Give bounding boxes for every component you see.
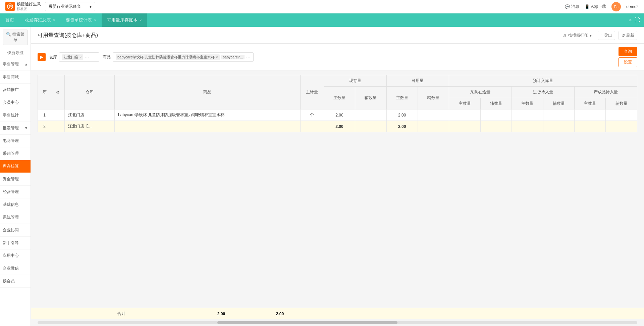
app-download-button[interactable]: 📱 App下载 — [585, 4, 606, 9]
sidebar-item-basic[interactable]: 基础信息 — [0, 198, 31, 211]
tab-receipts[interactable]: 收发存汇总表 × — [19, 13, 60, 27]
sidebar-search-button[interactable]: 🔍 搜索菜单 — [3, 30, 28, 45]
sidebar-item-wechat[interactable]: 企业微信 — [0, 262, 31, 275]
message-label: 消息 — [571, 4, 579, 9]
table-row: 2 江北门店【... 2.00 2.00 — [38, 121, 637, 132]
scrollbar-area — [31, 319, 644, 326]
expand-icon-wholesale: ▼ — [24, 126, 28, 130]
cell-inbound-main — [512, 109, 543, 121]
warehouse-input[interactable]: 江北门店 × ··· — [59, 52, 99, 62]
col-settings[interactable]: ⚙ — [51, 75, 65, 109]
settings-button[interactable]: 设置 — [619, 57, 637, 67]
sidebar-item-newbie[interactable]: 新手引导 — [0, 237, 31, 249]
nav-label: 快捷导航 — [7, 50, 23, 55]
cell-purchase-main-2 — [449, 121, 480, 132]
industry-selector[interactable]: 母婴行业演示账套 ▾ — [45, 2, 95, 11]
goods-tag2: babycare?... — [221, 55, 245, 59]
sidebar-item-finance-label: 资金管理 — [3, 176, 19, 182]
sidebar-item-retail-mgmt[interactable]: 零售管理 ▲ — [0, 58, 31, 71]
search-icon: 🔍 — [6, 32, 12, 37]
goods-tag1-close[interactable]: × — [216, 55, 218, 59]
col-production-main: 主数量 — [575, 98, 606, 109]
horizontal-scrollbar[interactable] — [38, 321, 637, 324]
sidebar-item-marketing[interactable]: 营销推广 — [0, 84, 31, 96]
top-bar-right: 💬 消息 📱 App下载 Ea demo2 — [565, 2, 639, 11]
sidebar-item-retail-stats[interactable]: 零售统计 — [0, 109, 31, 122]
app-icon: 📱 — [585, 4, 590, 9]
avatar[interactable]: Ea — [611, 2, 621, 11]
warehouse-tag-close[interactable]: × — [79, 55, 82, 59]
col-row-num: 序 — [38, 75, 51, 109]
sidebar-item-wholesale[interactable]: 批发管理 ▼ — [0, 122, 31, 135]
chevron-down-icon: ▾ — [90, 4, 92, 9]
tab-orders[interactable]: 要货单统计表 × — [60, 13, 101, 27]
fullscreen-icon[interactable]: ⛶ — [635, 17, 640, 23]
sidebar-item-purchase[interactable]: 采购管理 — [0, 147, 31, 160]
warehouse-more-icon[interactable]: ··· — [85, 54, 89, 60]
sidebar-search-area: 🔍 搜索菜单 — [0, 27, 31, 48]
col-avail-aux: 辅数量 — [418, 87, 449, 109]
expand-filter-button[interactable]: ▶ — [38, 53, 46, 61]
sidebar-item-retail-mall-label: 零售商城 — [3, 74, 19, 80]
col-purchase-group: 采购在途量 — [449, 87, 512, 98]
query-button[interactable]: 查询 — [619, 47, 637, 56]
logo-sub-text: 标准版 — [17, 7, 41, 11]
sidebar-item-app-center[interactable]: 应用中心 — [0, 249, 31, 262]
cell-purchase-main — [449, 109, 480, 121]
sidebar-nav-button[interactable]: 快捷导航 — [0, 48, 31, 58]
sidebar-item-member[interactable]: 会员中心 — [0, 96, 31, 109]
message-icon: 💬 — [565, 4, 570, 9]
col-inbound-aux: 辅数量 — [543, 98, 574, 109]
refresh-icon: ↺ — [622, 33, 625, 38]
tab-receipts-close[interactable]: × — [53, 18, 55, 22]
top-bar: 好 畅捷通好生意 标准版 母婴行业演示账套 ▾ 💬 消息 📱 App下载 Ea … — [0, 0, 644, 13]
sidebar-item-enterprise[interactable]: 企业协同 — [0, 224, 31, 237]
export-button[interactable]: ↑ 导出 — [598, 31, 615, 40]
sidebar-item-inventory[interactable]: 库存核算 — [0, 160, 31, 173]
col-inbound-group: 进货待入量 — [512, 87, 575, 98]
refresh-label: 刷新 — [626, 33, 634, 38]
cell-stock-aux — [355, 109, 386, 121]
col-warehouse: 仓库 — [65, 75, 115, 109]
cell-stock-main-2: 2.00 — [324, 121, 355, 132]
page-title-row: 可用量查询(按仓库+商品) 🖨 按模板打印 ▾ ↑ 导出 ↺ 刷新 — [38, 31, 637, 43]
tab-home[interactable]: 首页 — [0, 13, 19, 27]
query-buttons: 查询 设置 — [619, 47, 637, 67]
tab-available[interactable]: 可用量库存账本 × — [102, 13, 147, 27]
sidebar-item-retail-mall[interactable]: 零售商城 — [0, 71, 31, 84]
print-dropdown-icon: ▾ — [590, 33, 592, 38]
sidebar-item-member-label: 会员中心 — [3, 100, 19, 105]
sidebar-item-purchase-label: 采购管理 — [3, 151, 19, 156]
warehouse-tag: 江北门店 × — [62, 54, 83, 60]
message-button[interactable]: 💬 消息 — [565, 4, 579, 9]
sidebar-item-vip[interactable]: 畅会员 — [0, 275, 31, 288]
goods-input[interactable]: babycare学饮杯 儿童防摔防撞吸管杯重力球吸嘴杯宝宝水杯 × babyca… — [113, 52, 254, 62]
goods-more-icon[interactable]: ··· — [246, 54, 250, 60]
sidebar-item-basic-label: 基础信息 — [3, 202, 19, 207]
sidebar-item-operation[interactable]: 经营管理 — [0, 186, 31, 198]
sidebar: 🔍 搜索菜单 快捷导航 零售管理 ▲ 零售商城 营销推广 会员中心 零售统计 批… — [0, 27, 31, 326]
scrollbar-thumb[interactable] — [217, 321, 397, 324]
print-button[interactable]: 🖨 按模板打印 ▾ — [560, 31, 594, 40]
sidebar-item-system-label: 系统管理 — [3, 215, 19, 220]
tab-orders-close[interactable]: × — [94, 18, 96, 22]
sidebar-item-finance[interactable]: 资金管理 — [0, 173, 31, 186]
logo-icon: 好 — [5, 2, 15, 11]
col-production-group: 产成品待入量 — [575, 87, 637, 98]
sum-label: 合计 — [38, 311, 205, 317]
sidebar-item-ecommerce[interactable]: 电商管理 — [0, 135, 31, 147]
logo-text-area: 畅捷通好生意 标准版 — [17, 2, 41, 11]
sidebar-item-wechat-label: 企业微信 — [3, 266, 19, 271]
tab-available-close[interactable]: × — [140, 18, 142, 22]
sidebar-item-enterprise-label: 企业协同 — [3, 227, 19, 233]
cell-warehouse: 江北门店 — [65, 109, 115, 121]
expand-icon: ▲ — [24, 62, 28, 66]
cell-purchase-aux-2 — [480, 121, 512, 132]
refresh-button[interactable]: ↺ 刷新 — [619, 31, 637, 40]
sidebar-item-inventory-label: 库存核算 — [3, 164, 19, 169]
tab-available-label: 可用量库存账本 — [107, 17, 138, 23]
sidebar-item-system[interactable]: 系统管理 — [0, 211, 31, 224]
goods-filter: 商品 babycare学饮杯 儿童防摔防撞吸管杯重力球吸嘴杯宝宝水杯 × bab… — [103, 52, 254, 62]
close-all-icon[interactable]: × — [629, 17, 632, 23]
table-container: 序 ⚙ 仓库 商品 主计量 现存量 可用量 预计入库量 主数量 辅数量 主数量 … — [31, 71, 644, 308]
